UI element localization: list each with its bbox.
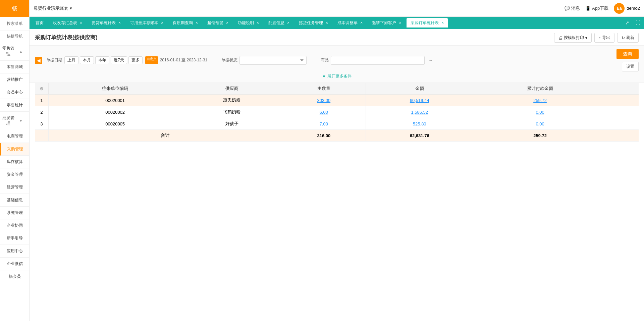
amount-link[interactable]: 525.80 bbox=[413, 121, 426, 126]
tab-close-icon[interactable]: × bbox=[326, 20, 328, 25]
tab-10[interactable]: 邀请下游客户 × bbox=[368, 18, 405, 28]
tab-active[interactable]: 采购订单统计表 × bbox=[407, 18, 448, 28]
tab-3[interactable]: 可用量库存账本 × bbox=[126, 18, 167, 28]
tab-4[interactable]: 保质期查询 × bbox=[169, 18, 202, 28]
tab-close-icon[interactable]: × bbox=[226, 20, 228, 25]
more-options-button[interactable]: ··· bbox=[427, 57, 434, 64]
sidebar-item-ecommerce[interactable]: 电商管理 bbox=[0, 130, 29, 143]
sidebar-item-system[interactable]: 系统管理 bbox=[0, 207, 29, 219]
print-button[interactable]: 🖨 按模板打印 ▾ bbox=[554, 33, 592, 43]
sidebar-item-finance[interactable]: 资金管理 bbox=[0, 168, 29, 181]
app-label: App下载 bbox=[592, 5, 608, 11]
query-button[interactable]: 查询 bbox=[616, 49, 639, 59]
date-buttons: 上月 本月 本年 近7天 更多 自定义 bbox=[64, 56, 158, 64]
tab-label: 采购订单统计表 bbox=[411, 20, 439, 26]
user-menu[interactable]: Ea demo2 bbox=[614, 3, 640, 14]
amount-link[interactable]: 1,586.52 bbox=[411, 110, 428, 115]
topbar: 母婴行业演示账套 ▾ 消息 App下载 Ea demo2 bbox=[30, 0, 644, 17]
export-label: 导出 bbox=[602, 35, 610, 41]
message-button[interactable]: 消息 bbox=[565, 5, 580, 11]
tab-close-icon[interactable]: × bbox=[360, 20, 363, 25]
column-settings-icon[interactable]: ⚙ bbox=[40, 86, 44, 91]
tab-close-icon[interactable]: × bbox=[161, 20, 163, 25]
tab-restore-button[interactable]: ⤢ bbox=[623, 18, 632, 28]
tab-close-icon[interactable]: × bbox=[80, 20, 82, 25]
paid-link[interactable]: 259.72 bbox=[533, 98, 547, 103]
export-icon: ↑ bbox=[599, 36, 601, 40]
paid-link[interactable]: 0.00 bbox=[536, 110, 544, 115]
tab-close-icon[interactable]: × bbox=[118, 20, 121, 25]
this-month-button[interactable]: 本月 bbox=[80, 56, 94, 64]
tab-2[interactable]: 要货单统计表 × bbox=[88, 18, 125, 28]
topbar-right: 消息 App下载 Ea demo2 bbox=[565, 3, 640, 14]
quantity-link[interactable]: 303.00 bbox=[317, 98, 330, 103]
goods-input[interactable] bbox=[331, 56, 425, 65]
tab-9[interactable]: 成本调整单 × bbox=[333, 18, 367, 28]
sidebar-item-purchase[interactable]: 采购管理 bbox=[0, 143, 29, 156]
sidebar-item-collab[interactable]: 企业协同 bbox=[0, 219, 29, 232]
app-logo: 畅 bbox=[0, 0, 29, 17]
last-month-button[interactable]: 上月 bbox=[64, 56, 78, 64]
status-label: 单据状态 bbox=[221, 57, 237, 63]
sidebar-item-marketing[interactable]: 营销推广 bbox=[0, 73, 29, 86]
sidebar-item-retail-mall[interactable]: 零售商城 bbox=[0, 61, 29, 73]
tabbar-end: ⤢ ⛶ bbox=[623, 18, 643, 28]
row-no: 3 bbox=[35, 118, 48, 130]
status-select[interactable] bbox=[239, 56, 307, 65]
print-icon: 🖨 bbox=[558, 36, 562, 40]
more-date-button[interactable]: 更多 bbox=[128, 56, 143, 64]
seven-days-button[interactable]: 近7天 bbox=[111, 56, 127, 64]
tab-5[interactable]: 超储预警 × bbox=[203, 18, 232, 28]
tab-label: 功能说明 bbox=[238, 20, 254, 26]
sidebar-item-inventory[interactable]: 库存核算 bbox=[0, 156, 29, 168]
quantity-link[interactable]: 6.00 bbox=[320, 110, 328, 115]
collapse-button[interactable]: ◀ bbox=[35, 57, 42, 64]
sidebar-item-members[interactable]: 会员中心 bbox=[0, 86, 29, 99]
shortcut-nav-button[interactable]: 快捷导航 bbox=[0, 31, 29, 42]
sidebar-item-operations[interactable]: 经营管理 bbox=[0, 181, 29, 194]
row-amount: 60,519.44 bbox=[366, 95, 473, 106]
tab-close-icon[interactable]: × bbox=[196, 20, 198, 25]
date-range-display: 2016-01-01 至 2023-12-31 bbox=[160, 57, 207, 63]
sidebar-item-retail-stats[interactable]: 零售统计 bbox=[0, 99, 29, 112]
tab-label: 成本调整单 bbox=[337, 20, 358, 26]
tab-close-icon[interactable]: × bbox=[441, 20, 444, 25]
col-quantity: 主数量 bbox=[282, 83, 366, 95]
sidebar-item-app-center[interactable]: 应用中心 bbox=[0, 245, 29, 258]
main-content: 母婴行业演示账套 ▾ 消息 App下载 Ea demo2 首页 收发存汇总表 bbox=[30, 0, 644, 321]
tab-maximize-button[interactable]: ⛶ bbox=[633, 18, 643, 28]
app-download-button[interactable]: App下载 bbox=[585, 5, 608, 11]
tab-1[interactable]: 收发存汇总表 × bbox=[49, 18, 86, 28]
tab-close-icon[interactable]: × bbox=[287, 20, 289, 25]
filter-date: 单据日期 上月 本月 本年 近7天 更多 自定义 2016-01-01 至 20… bbox=[46, 56, 207, 64]
row-supplier: 飞鹤奶粉 bbox=[182, 106, 282, 118]
account-dropdown[interactable]: 母婴行业演示账套 ▾ bbox=[34, 5, 72, 11]
col-unit-code: 往来单位编码 bbox=[48, 83, 182, 95]
tab-7[interactable]: 配置信息 × bbox=[264, 18, 293, 28]
sidebar-item-retail-mgmt[interactable]: 零售管理 ▲ bbox=[0, 42, 29, 61]
filter-actions: 查询 设置 bbox=[616, 49, 639, 71]
tab-close-icon[interactable]: × bbox=[399, 20, 401, 25]
tab-6[interactable]: 功能说明 × bbox=[234, 18, 263, 28]
tab-close-icon[interactable]: × bbox=[257, 20, 259, 25]
paid-link[interactable]: 0.00 bbox=[536, 121, 544, 126]
sidebar-item-wechat[interactable]: 企业微信 bbox=[0, 258, 29, 270]
export-button[interactable]: ↑ 导出 bbox=[594, 33, 614, 43]
sidebar-item-vip[interactable]: 畅会员 bbox=[0, 270, 29, 283]
amount-link[interactable]: 60,519.44 bbox=[410, 98, 429, 103]
expand-more-button[interactable]: ▼ 展开更多条件 bbox=[35, 71, 639, 79]
search-menu-button[interactable]: 搜索菜单 bbox=[2, 19, 27, 28]
sidebar-item-guide[interactable]: 新手引导 bbox=[0, 232, 29, 245]
this-year-button[interactable]: 本年 bbox=[95, 56, 109, 64]
sidebar-item-basic-info[interactable]: 基础信息 bbox=[0, 194, 29, 207]
tab-home[interactable]: 首页 bbox=[32, 18, 48, 28]
data-table: ⚙ 往来单位编码 供应商 主数量 金额 累计付款金额 1 00020001 bbox=[35, 83, 639, 142]
refresh-button[interactable]: ↻ 刷新 bbox=[617, 33, 639, 43]
quantity-link[interactable]: 7.00 bbox=[320, 121, 328, 126]
settings-button[interactable]: 设置 bbox=[622, 62, 639, 71]
sidebar-item-wholesale[interactable]: 批发管理 ▼ bbox=[0, 112, 29, 130]
refresh-icon: ↻ bbox=[622, 36, 625, 40]
tab-8[interactable]: 拣货任务管理 × bbox=[295, 18, 332, 28]
tab-label: 超储预警 bbox=[207, 20, 223, 26]
tab-label: 收发存汇总表 bbox=[53, 20, 77, 26]
